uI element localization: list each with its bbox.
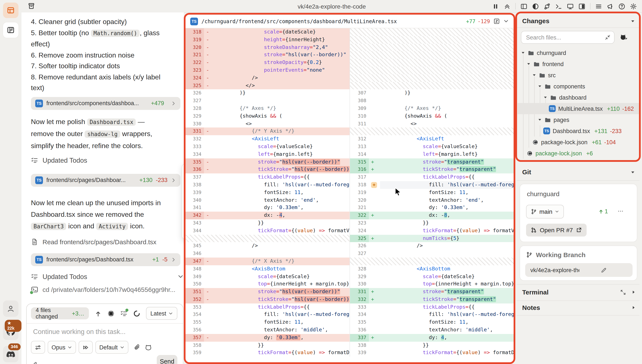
diff-marker xyxy=(369,90,380,97)
send-button[interactable]: Send xyxy=(157,355,177,364)
caret-down-icon[interactable] xyxy=(543,95,547,100)
caret-down-icon[interactable] xyxy=(521,51,525,55)
diff-line: 353 tickLabelProps={{ xyxy=(185,303,350,311)
file-change-chip[interactable]: TSfrontend/src/pages/Dashboar...+130-233 xyxy=(31,174,180,186)
push-ahead-indicator[interactable]: 1 xyxy=(598,208,608,214)
tree-item-src[interactable]: src xyxy=(517,70,639,81)
git-collapse-icon[interactable] xyxy=(630,170,635,175)
tree-item-package-lock-json[interactable]: package-lock.json+6 xyxy=(517,148,639,159)
tree-item-pages[interactable]: pages xyxy=(517,114,639,125)
working-branch-card: Working Branch vk/4e2a-explore-the-code xyxy=(520,246,637,281)
tree-item-frontend[interactable]: frontend xyxy=(517,58,639,70)
file-change-chip[interactable]: TSfrontend/src/pages/Dashboard.tsx+1-5 xyxy=(31,253,180,266)
file-change-chip[interactable]: TSfrontend/src/components/dashboa...+479 xyxy=(31,97,180,110)
diff-view-toggle-icon[interactable] xyxy=(493,18,500,24)
terminal-prompt-icon[interactable] xyxy=(555,3,562,10)
help-icon[interactable] xyxy=(618,3,625,10)
files-changed-chip[interactable]: 4 files changed +3… xyxy=(31,307,89,319)
terminal-collapse-icon[interactable] xyxy=(631,290,636,294)
contrast-icon[interactable] xyxy=(532,3,539,10)
added-count: +479 xyxy=(151,100,164,106)
diff-line: 355 fontSize: 11, xyxy=(185,319,350,326)
line-number: 320 xyxy=(185,44,204,51)
model-dropdown[interactable]: Opus xyxy=(48,341,76,354)
code-text: tickFormat={(value) => formatDate(value)… xyxy=(215,349,350,357)
sparkle-icon[interactable] xyxy=(107,310,115,317)
chevron-down-icon[interactable] xyxy=(503,18,509,24)
mode-dropdown[interactable]: Default xyxy=(96,341,129,354)
line-number: 340 xyxy=(185,196,204,204)
caret-down-icon[interactable] xyxy=(532,73,536,77)
folder-icon xyxy=(539,72,545,78)
branch-dropdown[interactable]: main xyxy=(526,205,564,218)
megaphone-icon[interactable] xyxy=(607,3,614,10)
terminal-command-row[interactable]: cd /private/var/folders/10/h7w0q46556ggr… xyxy=(31,286,184,293)
updated-todos-row[interactable]: Updated Todos xyxy=(31,273,184,280)
code-text: fontSize: 11, xyxy=(380,189,514,196)
diff-line-filler xyxy=(350,28,514,36)
cat-outline-icon[interactable] xyxy=(145,344,152,351)
panel-left-icon[interactable] xyxy=(520,3,527,10)
changes-collapse-icon[interactable] xyxy=(630,19,635,24)
pen-icon[interactable] xyxy=(31,361,38,364)
version-dropdown[interactable]: Latest xyxy=(146,307,177,320)
arrow-up-icon[interactable] xyxy=(95,310,102,317)
rail-item-workspace[interactable] xyxy=(3,2,19,18)
diff-body: 318- scale={dateScale}319- height={inner… xyxy=(185,28,514,357)
open-pr-button[interactable]: Open PR #7 xyxy=(526,224,586,236)
chat-messages: 4. Cleaner grid (subtler opacity)5. Bett… xyxy=(22,12,184,293)
branch-label: main xyxy=(539,208,552,215)
more-options-icon[interactable] xyxy=(617,208,624,214)
settings-icon[interactable] xyxy=(630,3,637,10)
notes-collapse-icon[interactable] xyxy=(631,305,636,310)
line-number: 333 xyxy=(185,143,204,151)
code-text: left={margin.left} xyxy=(380,151,514,158)
tree-item-components[interactable]: components xyxy=(517,81,639,92)
rail-item-account[interactable] xyxy=(3,300,19,317)
person-icon xyxy=(7,305,15,312)
tree-item-multilinearea-tsx[interactable]: TSMultiLineArea.tsx+110-162 xyxy=(517,103,639,114)
paperclip-icon[interactable] xyxy=(134,344,140,351)
tree-item-dashboard[interactable]: dashboard xyxy=(517,92,639,103)
collapse-tree-icon[interactable] xyxy=(605,34,611,40)
caret-down-icon[interactable] xyxy=(538,118,542,122)
caret-down-icon[interactable] xyxy=(538,84,542,88)
chat-paragraph: 6. Remove zoom instruction noise xyxy=(31,50,184,60)
search-input[interactable] xyxy=(521,34,605,40)
read-file-row[interactable]: Read frontend/src/pages/Dashboard.tsx xyxy=(31,238,184,245)
updated-todos-row[interactable]: Updated Todos xyxy=(31,156,184,164)
diff-line: 327 xyxy=(185,97,350,105)
collapse-up-icon[interactable] xyxy=(504,3,511,10)
working-branch-field[interactable]: vk/4e2a-explore-the-code xyxy=(525,263,632,277)
rail-item-board[interactable] xyxy=(3,22,19,38)
edit-branch-icon[interactable] xyxy=(579,267,628,273)
diff-marker: - xyxy=(204,128,215,136)
diff-line: 337 tickLabelProps={{ xyxy=(185,174,350,181)
diff-line: 329 {showAxis && ( xyxy=(185,112,350,120)
tree-item-churnguard[interactable]: churnguard xyxy=(517,47,639,58)
settings-sliders-button[interactable] xyxy=(31,341,45,354)
message-input[interactable] xyxy=(32,327,176,340)
tree-item-package-lock-json[interactable]: package-lock.json+61-104 xyxy=(517,136,639,148)
diff-marker: - xyxy=(204,288,215,296)
line-number: 338 xyxy=(185,181,204,189)
cat-icon[interactable] xyxy=(619,33,627,42)
ts-file-icon: TS xyxy=(35,176,43,184)
todo-list-button[interactable] xyxy=(120,310,128,317)
chevron-down-icon[interactable] xyxy=(177,274,184,280)
terminal-expand-icon[interactable] xyxy=(620,289,626,295)
menu-icon[interactable] xyxy=(595,3,602,10)
add-comment-button[interactable]: + xyxy=(371,182,377,188)
diff-marker xyxy=(369,219,380,227)
fast-forward-button[interactable] xyxy=(79,341,93,354)
composer: 4 files changed +3… Latest Opus Default xyxy=(26,304,183,364)
ts-file-icon: TS xyxy=(35,99,43,107)
panel-right-icon[interactable] xyxy=(578,3,585,10)
caret-down-icon[interactable] xyxy=(526,62,531,66)
diff-line: 320 textAnchor: 'end', xyxy=(350,196,514,204)
terminal-icon xyxy=(31,286,38,293)
monitor-icon[interactable] xyxy=(567,3,574,10)
tree-item-dashboard-tsx[interactable]: TSDashboard.tsx+131-233 xyxy=(517,125,639,136)
git-compare-icon[interactable] xyxy=(544,3,550,10)
pause-icon[interactable] xyxy=(492,3,499,10)
